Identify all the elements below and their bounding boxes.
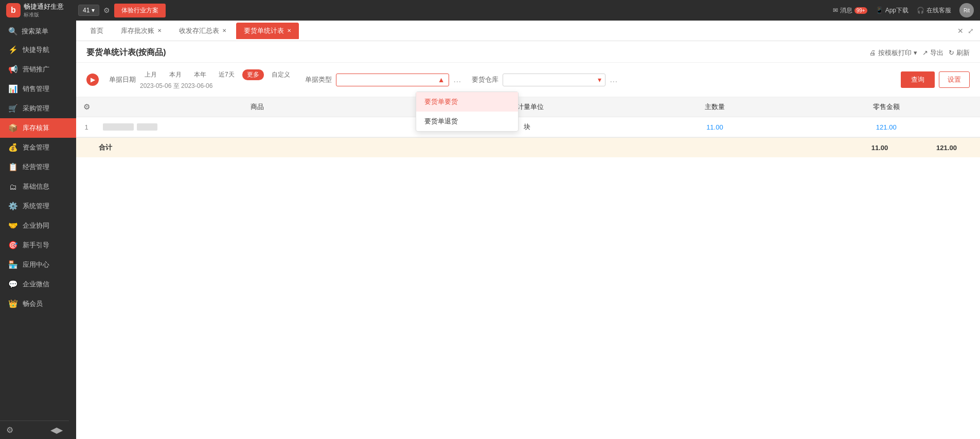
sidebar-item-guide[interactable]: 🎯 新手引导 (0, 235, 76, 255)
amount-link[interactable]: 121.00 (876, 123, 897, 131)
topbar-right: ✉ 消息 99+ 📱 App下载 🎧 在线客服 Rit (833, 3, 974, 17)
warehouse-label: 要货仓库 (472, 75, 498, 84)
export-icon: ↗ (922, 49, 928, 57)
trial-button[interactable]: 体验行业方案 (114, 4, 166, 17)
filter-right-actions: 查询 设置 (901, 71, 970, 88)
avatar[interactable]: Rit (959, 3, 974, 17)
sidebar: 🔍 搜索菜单 ⚡ 快捷导航 📢 营销推广 📊 销售管理 🛒 采购管理 📦 库存核… (0, 21, 76, 439)
tab-requisition-stat-close[interactable]: ✕ (287, 28, 291, 33)
footer-amount: 121.00 (913, 144, 980, 152)
sidebar-item-search[interactable]: 🔍 搜索菜单 (0, 23, 76, 40)
tab-home[interactable]: 首页 (82, 23, 111, 39)
setting-button[interactable]: 设置 (939, 71, 970, 88)
sidebar-item-member[interactable]: 👑 畅会员 (0, 294, 76, 314)
tab-receive-send[interactable]: 收发存汇总表 ✕ (171, 23, 234, 39)
refresh-button[interactable]: ↻ 刷新 (949, 48, 970, 58)
type-dropdown: 要货单要货 要货单退货 (416, 92, 519, 132)
type-more-icon[interactable]: … (453, 75, 461, 84)
service-label: 在线客服 (926, 6, 951, 15)
sidebar-menu: 🔍 搜索菜单 ⚡ 快捷导航 📢 营销推广 📊 销售管理 🛒 采购管理 📦 库存核… (0, 21, 76, 314)
type-select-wrap: ▲ (336, 74, 449, 86)
sidebar-item-basic[interactable]: 🗂 基础信息 (0, 177, 76, 196)
store-selector[interactable]: 41 ▾ (78, 5, 99, 16)
service-icon: 🎧 (917, 7, 924, 14)
sidebar-item-inventory-label: 库存核算 (23, 123, 49, 133)
print-button[interactable]: 🖨 按模板打印 ▾ (869, 48, 917, 58)
th-amount: 零售金额 (792, 97, 980, 117)
store-name: 41 (83, 7, 90, 14)
sidebar-item-purchase[interactable]: 🛒 采购管理 (0, 99, 76, 118)
wechat-icon: 💬 (8, 280, 17, 289)
sidebar-bottom: ⚙ ◀▶ (0, 420, 69, 439)
sidebar-item-enterprise[interactable]: 🤝 企业协同 (0, 216, 76, 235)
refresh-icon: ↻ (949, 49, 954, 57)
column-settings-icon[interactable]: ⚙ (83, 102, 90, 111)
sidebar-item-system[interactable]: ⚙️ 系统管理 (0, 196, 76, 216)
filter-type-group: 单据类型 ▲ … (305, 74, 461, 86)
tab-receive-send-label: 收发存汇总表 (179, 26, 219, 35)
date-btn-custom[interactable]: 自定义 (267, 69, 295, 81)
online-service-button[interactable]: 🎧 在线客服 (917, 6, 951, 15)
type-select-input[interactable] (336, 74, 449, 86)
sidebar-settings-icon[interactable]: ⚙ (6, 425, 13, 435)
table-row: 1 块 11.00 121.00 (76, 117, 980, 137)
date-btn-last-7[interactable]: 近7天 (214, 69, 239, 81)
warehouse-more-icon[interactable]: … (610, 75, 618, 84)
print-chevron-icon: ▾ (914, 49, 917, 57)
product-cell (103, 123, 411, 131)
sidebar-item-operations-label: 经营管理 (23, 162, 49, 172)
tab-receive-send-close[interactable]: ✕ (222, 28, 226, 33)
system-icon: ⚙️ (8, 202, 17, 211)
filter-bar: ▶ 单据日期 上月 本月 本年 近7天 更多 自定义 2023-05-06 至 … (76, 63, 980, 97)
sidebar-item-wechat[interactable]: 💬 企业微信 (0, 275, 76, 294)
sidebar-item-quick-nav[interactable]: ⚡ 快捷导航 (0, 40, 76, 60)
warehouse-select-wrap: ▾ (503, 74, 605, 86)
tabbar-expand-icon[interactable]: ⤢ (968, 27, 974, 35)
table-header-row: ⚙ 商品 主计量单位 主数量 零售金额 (76, 97, 980, 117)
app-download-button[interactable]: 📱 App下载 (876, 6, 908, 15)
date-btn-more[interactable]: 更多 (242, 69, 264, 80)
logo-subtitle: 标准版 (24, 11, 64, 19)
footer-label-text: 合计 (99, 143, 112, 151)
topbar-gear-icon[interactable]: ⚙ (103, 6, 110, 14)
sidebar-item-quick-nav-label: 快捷导航 (23, 45, 49, 54)
operations-icon: 📋 (8, 162, 17, 172)
tabbar-close-all-icon[interactable]: ✕ (957, 27, 964, 35)
date-btn-this-month[interactable]: 本月 (165, 69, 186, 81)
data-table: ⚙ 商品 主计量单位 主数量 零售金额 1 (76, 97, 980, 137)
dropdown-item-requisition-order-label: 要货单要货 (424, 98, 458, 105)
qty-link[interactable]: 11.00 (706, 123, 723, 131)
date-btn-last-month[interactable]: 上月 (140, 69, 162, 81)
tab-inventory-batch-close[interactable]: ✕ (157, 28, 162, 33)
footer-label: 合计 (97, 143, 743, 152)
cell-amount: 121.00 (792, 117, 980, 137)
data-table-wrap: ⚙ 商品 主计量单位 主数量 零售金额 1 (76, 97, 980, 137)
sidebar-item-appstore[interactable]: 🏪 应用中心 (0, 255, 76, 275)
date-btn-this-year[interactable]: 本年 (189, 69, 211, 81)
sidebar-item-marketing[interactable]: 📢 营销推广 (0, 60, 76, 79)
tab-inventory-batch[interactable]: 库存批次账 ✕ (113, 23, 169, 39)
sidebar-item-marketing-label: 营销推广 (23, 65, 49, 74)
query-button[interactable]: 查询 (901, 71, 935, 88)
dropdown-item-requisition-order[interactable]: 要货单要货 (416, 92, 518, 112)
sidebar-item-inventory[interactable]: 📦 库存核算 (0, 118, 76, 138)
message-button[interactable]: ✉ 消息 99+ (833, 6, 867, 15)
date-options: 上月 本月 本年 近7天 更多 自定义 2023-05-06 至 2023-06… (140, 69, 295, 90)
warehouse-select[interactable] (503, 74, 605, 86)
sidebar-item-guide-label: 新手引导 (23, 241, 49, 250)
tab-home-label: 首页 (90, 26, 103, 35)
filter-expand-button[interactable]: ▶ (86, 74, 99, 86)
sidebar-collapse-icon[interactable]: ◀▶ (50, 425, 63, 435)
cell-row-num: 1 (76, 117, 97, 137)
sidebar-item-operations[interactable]: 📋 经营管理 (0, 157, 76, 177)
dropdown-item-requisition-return[interactable]: 要货单退货 (416, 112, 518, 131)
sidebar-item-finance-label: 资金管理 (23, 143, 49, 152)
sidebar-item-sales[interactable]: 📊 销售管理 (0, 79, 76, 99)
sidebar-item-finance[interactable]: 💰 资金管理 (0, 138, 76, 157)
th-product: 商品 (97, 97, 417, 117)
tab-requisition-stat[interactable]: 要货单统计表 ✕ (236, 23, 299, 39)
type-label: 单据类型 (305, 75, 332, 84)
export-button[interactable]: ↗ 导出 (922, 48, 943, 58)
topbar: b 畅捷通好生意 标准版 41 ▾ ⚙ 体验行业方案 ✉ 消息 99+ 📱 Ap… (0, 0, 980, 21)
date-shortcut-row: 上月 本月 本年 近7天 更多 自定义 (140, 69, 295, 81)
